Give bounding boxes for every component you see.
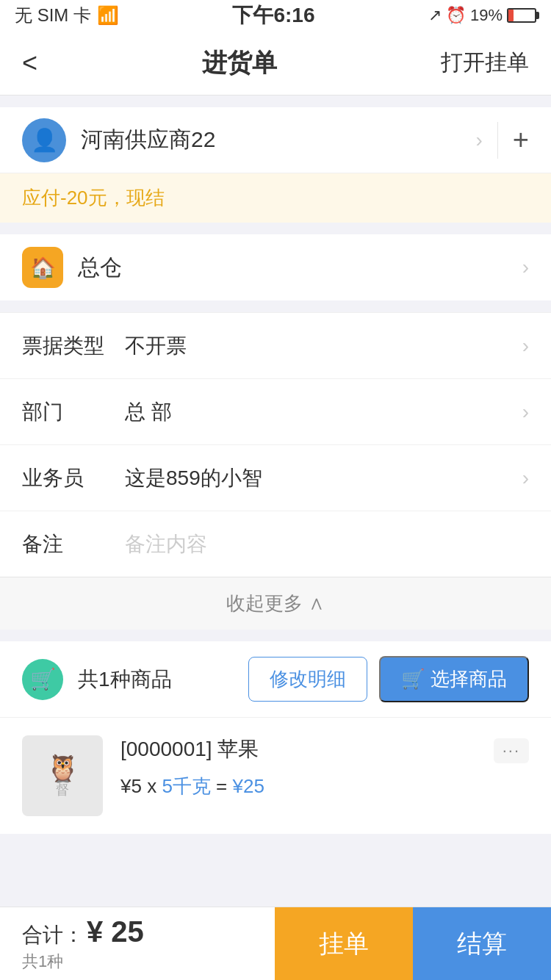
product-thumbnail: 🦉督 xyxy=(22,735,103,816)
warehouse-card: 🏠 总仓 › xyxy=(0,234,551,300)
status-bar: 无 SIM 卡 📶 下午6:16 ↗ ⏰ 19% xyxy=(0,0,551,31)
warehouse-chevron-icon: › xyxy=(522,256,529,279)
checkout-button[interactable]: 结算 xyxy=(413,907,551,981)
status-right: ↗ ⏰ 19% xyxy=(428,6,536,25)
select-product-button[interactable]: 🛒 选择商品 xyxy=(379,656,529,702)
dept-chevron-icon: › xyxy=(522,400,529,424)
notice-bar: 应付-20元，现结 xyxy=(0,173,551,223)
divider-3 xyxy=(0,300,551,312)
battery-percent: 19% xyxy=(470,6,503,25)
supplier-card: 👤 河南供应商22 › + 应付-20元，现结 xyxy=(0,107,551,223)
vertical-divider xyxy=(497,122,498,159)
dept-row[interactable]: 部门 总 部 › xyxy=(0,378,551,444)
bottom-bar: 合计： ¥ 25 共1种 挂单 结算 xyxy=(0,907,551,980)
price-separator: x xyxy=(147,775,162,797)
product-more[interactable]: ··· xyxy=(485,735,529,763)
price-total: ¥25 xyxy=(233,775,264,797)
signal-text: 无 SIM 卡 xyxy=(15,4,91,27)
dept-value: 总 部 xyxy=(110,398,522,426)
select-cart-icon: 🛒 xyxy=(401,668,425,691)
invoice-value: 不开票 xyxy=(110,332,522,360)
warehouse-icon-wrap: 🏠 xyxy=(22,247,63,288)
back-button[interactable]: < xyxy=(22,48,37,79)
more-dots-icon: ··· xyxy=(494,738,529,763)
price-qty: 5千克 xyxy=(162,775,210,797)
total-count: 共1种 xyxy=(22,951,253,973)
status-left: 无 SIM 卡 📶 xyxy=(15,4,119,27)
wifi-icon: 📶 xyxy=(97,5,119,26)
product-item: 🦉督 [0000001] 苹果 ¥5 x 5千克 = ¥25 ··· xyxy=(0,718,551,834)
total-amount: ¥ 25 xyxy=(87,915,144,948)
direction-icon: ↗ xyxy=(428,6,442,25)
remark-placeholder: 备注内容 xyxy=(110,530,529,558)
total-row: 合计： ¥ 25 xyxy=(22,915,253,949)
page-title: 进货单 xyxy=(202,46,277,80)
total-label: 合计： xyxy=(22,921,84,949)
form-card: 票据类型 不开票 › 部门 总 部 › 业务员 这是859的小智 › 备注 备注… xyxy=(0,312,551,630)
invoice-label: 票据类型 xyxy=(22,332,110,360)
add-button[interactable]: + xyxy=(513,124,529,156)
warehouse-row[interactable]: 🏠 总仓 › xyxy=(0,234,551,300)
product-section: 🛒 共1种商品 修改明细 🛒 选择商品 🦉督 [0000001] 苹果 ¥5 x… xyxy=(0,641,551,834)
supplier-name: 河南供应商22 xyxy=(81,125,475,155)
product-price: ¥5 x 5千克 = ¥25 xyxy=(120,774,485,799)
product-header: 🛒 共1种商品 修改明细 🛒 选择商品 xyxy=(0,641,551,718)
dept-label: 部门 xyxy=(22,398,110,426)
notice-text: 应付-20元，现结 xyxy=(22,187,165,209)
owl-icon: 🦉督 xyxy=(46,753,79,799)
product-icon-wrap: 🛒 xyxy=(22,659,63,700)
status-time: 下午6:16 xyxy=(232,1,314,29)
warehouse-name: 总仓 xyxy=(78,253,522,283)
product-name: [0000001] 苹果 xyxy=(120,735,485,763)
warehouse-icon: 🏠 xyxy=(30,256,56,280)
collapse-label: 收起更多 ∧ xyxy=(226,591,324,616)
cart-icon: 🛒 xyxy=(30,667,56,691)
remark-row[interactable]: 备注 备注内容 xyxy=(0,511,551,577)
remark-label: 备注 xyxy=(22,530,110,558)
salesperson-value: 这是859的小智 xyxy=(110,464,522,492)
salesperson-chevron-icon: › xyxy=(522,466,529,490)
salesperson-row[interactable]: 业务员 这是859的小智 › xyxy=(0,444,551,511)
total-section: 合计： ¥ 25 共1种 xyxy=(0,915,275,973)
select-product-label: 选择商品 xyxy=(431,666,507,692)
chevron-right-icon: › xyxy=(475,129,482,152)
salesperson-label: 业务员 xyxy=(22,464,110,492)
product-count: 共1种商品 xyxy=(78,666,248,693)
price-equals: = xyxy=(216,775,232,797)
supplier-row[interactable]: 👤 河南供应商22 › + xyxy=(0,107,551,173)
product-info: [0000001] 苹果 ¥5 x 5千克 = ¥25 xyxy=(120,735,485,799)
invoice-row[interactable]: 票据类型 不开票 › xyxy=(0,312,551,378)
alarm-icon: ⏰ xyxy=(446,6,466,25)
price-base: ¥5 xyxy=(120,775,142,797)
invoice-chevron-icon: › xyxy=(522,334,529,358)
user-icon: 👤 xyxy=(31,127,58,153)
avatar: 👤 xyxy=(22,118,66,162)
divider-2 xyxy=(0,223,551,234)
battery-icon xyxy=(507,8,536,23)
open-hang-button[interactable]: 打开挂单 xyxy=(441,48,529,78)
nav-bar: < 进货单 打开挂单 xyxy=(0,31,551,96)
modify-detail-button[interactable]: 修改明细 xyxy=(248,657,367,702)
divider-1 xyxy=(0,96,551,107)
hang-button[interactable]: 挂单 xyxy=(275,907,413,981)
collapse-bar[interactable]: 收起更多 ∧ xyxy=(0,577,551,630)
